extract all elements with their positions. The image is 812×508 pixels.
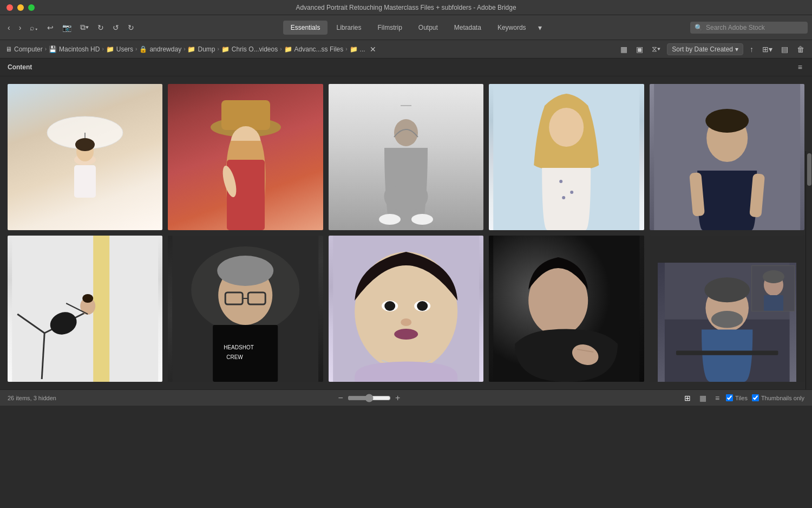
breadcrumb-dump-label: Dump	[198, 45, 215, 53]
forward-button[interactable]: ›	[16, 21, 25, 34]
view-controls: ⊞ ▦ ≡ Tiles Thumbnails only	[682, 393, 804, 403]
scrollbar[interactable]	[806, 151, 812, 389]
list-view-small-button[interactable]: ▦	[697, 393, 709, 403]
search-adobe-stock[interactable]: 🔍	[690, 22, 808, 34]
breadcrumb-close-button[interactable]: ✕	[368, 44, 378, 55]
content-section-title: Content	[8, 63, 32, 71]
search-icon: 🔍	[695, 24, 703, 31]
breadcrumb-dump[interactable]: 📁 Dump	[187, 45, 215, 53]
zoom-controls: − +	[338, 393, 401, 403]
refresh-button[interactable]: ↻	[94, 21, 107, 34]
scrollbar-thumb[interactable]	[807, 153, 811, 186]
filter-icon[interactable]: ⧖▾	[650, 43, 663, 55]
breadcrumb-ellipsis[interactable]: 📁 ...	[350, 45, 365, 53]
folder-icon-ellipsis: 📁	[350, 45, 358, 53]
photo-cell-7[interactable]: HEADSHOT CREW	[168, 236, 323, 382]
items-count: 26 items, 3 hidden	[8, 395, 56, 401]
breadcrumb-advancfiles[interactable]: 📁 Advanc...ss Files	[284, 45, 344, 53]
breadcrumb-andrewday[interactable]: 🔒 andrewday	[139, 45, 181, 53]
delete-button[interactable]: 🗑	[795, 44, 807, 55]
photo-cell-10[interactable]	[650, 236, 804, 382]
breadcrumb-macintosh-hd[interactable]: 💾 Macintosh HD	[49, 45, 100, 53]
breadcrumb-actions: ▦ ▣ ⧖▾ Sort by Date Created ▾ ↑ ⊞▾ ▤ 🗑	[618, 43, 807, 55]
view-options-button[interactable]: ⊞▾	[760, 44, 775, 55]
svg-text:HEADSHOT: HEADSHOT	[224, 344, 254, 350]
redo-button[interactable]: ↻	[125, 21, 137, 34]
camera-button[interactable]: 📷	[59, 21, 75, 34]
tiles-label: Tiles	[735, 395, 748, 401]
tab-filmstrip[interactable]: Filmstrip	[370, 21, 409, 35]
svg-rect-7	[221, 100, 270, 130]
zoom-out-button[interactable]: −	[338, 393, 343, 403]
thumbnails-only-checkbox[interactable]	[752, 394, 759, 401]
tab-essentials[interactable]: Essentials	[283, 21, 328, 35]
photo-cell-8[interactable]	[329, 236, 483, 382]
lock-folder-icon: 🔒	[139, 45, 147, 53]
undo-button[interactable]: ↺	[109, 21, 122, 34]
svg-point-67	[763, 270, 784, 283]
photo-cell-3[interactable]	[329, 84, 483, 230]
thumbnails-only-label: Thumbnails only	[761, 395, 804, 401]
return-button[interactable]: ↩	[44, 21, 57, 34]
history-button[interactable]: ⌕▾	[27, 21, 42, 34]
svg-point-20	[570, 191, 573, 194]
photo-cell-6[interactable]	[8, 236, 162, 382]
copy-button[interactable]: ⧉▾	[77, 21, 92, 34]
svg-point-19	[559, 180, 562, 183]
grid-view-button[interactable]: ⊞	[682, 393, 693, 403]
detail-list-button[interactable]: ≡	[713, 393, 722, 403]
status-bar: 26 items, 3 hidden − + ⊞ ▦ ≡ Tiles Thumb…	[0, 389, 812, 406]
list-view-button[interactable]: ▤	[779, 44, 790, 55]
content-header: Content ≡	[0, 58, 812, 76]
chevron-down-icon: ▾	[735, 45, 738, 53]
svg-point-53	[394, 329, 418, 340]
svg-point-14	[379, 214, 401, 225]
svg-rect-28	[93, 236, 109, 382]
content-menu-button[interactable]: ≡	[796, 62, 804, 73]
tab-output[interactable]: Output	[411, 21, 446, 35]
breadcrumb-users[interactable]: 📁 Users	[106, 45, 133, 53]
svg-rect-68	[764, 295, 783, 311]
svg-point-5	[75, 138, 95, 151]
svg-point-52	[401, 318, 411, 326]
zoom-in-button[interactable]: +	[395, 393, 400, 403]
breadcrumb-bar: 🖥 Computer › 💾 Macintosh HD › 📁 Users › …	[0, 40, 812, 58]
breadcrumb-chrisvideos[interactable]: 📁 Chris O...videos	[221, 45, 278, 53]
tab-libraries[interactable]: Libraries	[329, 21, 369, 35]
sort-dropdown[interactable]: Sort by Date Created ▾	[667, 43, 743, 55]
svg-point-49	[384, 301, 395, 311]
tab-keywords[interactable]: Keywords	[490, 21, 534, 35]
breadcrumb-computer[interactable]: 🖥 Computer	[5, 45, 43, 53]
detail-view-icon[interactable]: ▣	[634, 44, 645, 55]
breadcrumb-andrewday-label: andrewday	[149, 45, 181, 53]
more-tabs-button[interactable]: ▾	[535, 21, 545, 34]
photo-cell-4[interactable]	[489, 84, 644, 230]
breadcrumb-sep-5: ›	[218, 46, 219, 52]
tab-metadata[interactable]: Metadata	[447, 21, 489, 35]
photo-cell-5[interactable]	[650, 84, 804, 230]
sort-asc-button[interactable]: ↑	[748, 44, 756, 55]
svg-rect-3	[74, 165, 96, 198]
breadcrumb-users-label: Users	[116, 45, 133, 53]
back-button[interactable]: ‹	[4, 21, 14, 34]
search-input[interactable]	[706, 24, 803, 31]
thumbnails-check: Tiles	[726, 394, 748, 401]
photo-cell-1[interactable]	[8, 84, 162, 230]
tiles-checkbox[interactable]	[726, 394, 733, 401]
breadcrumb-sep-7: ›	[345, 46, 347, 52]
photo-cell-2[interactable]	[168, 84, 323, 230]
window-title: Advanced Portrait Retouching Masterclass…	[296, 4, 516, 11]
close-button[interactable]	[6, 4, 13, 11]
folder-icon-advanc: 📁	[284, 45, 292, 53]
photo-cell-9[interactable]	[489, 236, 644, 382]
maximize-button[interactable]	[28, 4, 35, 11]
folder-icon-users: 📁	[106, 45, 114, 53]
zoom-slider[interactable]	[348, 394, 391, 402]
svg-point-31	[82, 294, 93, 303]
minimize-button[interactable]	[17, 4, 24, 11]
window-controls	[6, 4, 35, 11]
breadcrumb-sep-1: ›	[45, 46, 47, 52]
content-area: HEADSHOT CREW	[0, 76, 812, 389]
svg-point-21	[562, 196, 565, 199]
grid-view-icon[interactable]: ▦	[618, 44, 630, 55]
